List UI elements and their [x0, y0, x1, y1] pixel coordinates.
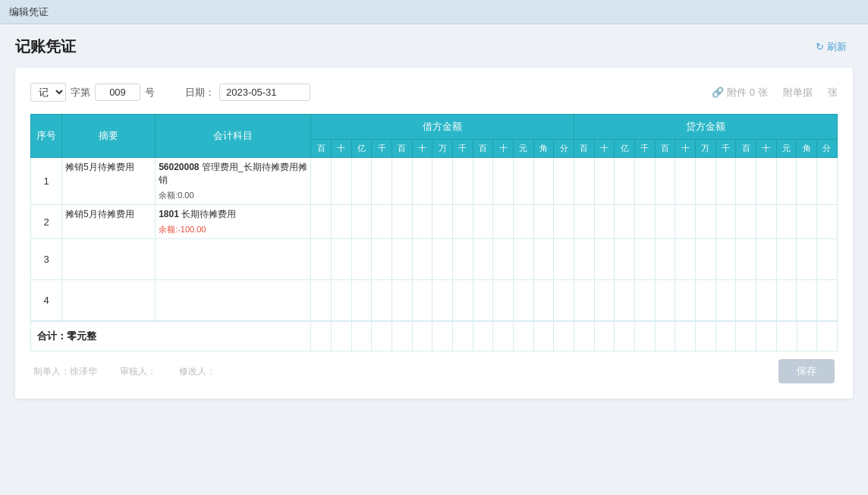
row-4-debit-d4[interactable]	[372, 280, 392, 321]
row-4-debit-d12[interactable]	[533, 280, 554, 321]
row-2-credit-d3[interactable]	[615, 205, 635, 239]
row-4-credit-d11[interactable]	[776, 280, 797, 321]
row-3-debit-d12[interactable]	[533, 239, 554, 280]
row-3-credit-d11[interactable]	[776, 239, 797, 280]
row-2-debit-d9[interactable]	[473, 205, 493, 239]
row-2-debit-d1[interactable]	[311, 205, 332, 239]
row-2-credit-d4[interactable]	[634, 205, 655, 239]
row-3-credit-d8[interactable]	[715, 239, 736, 280]
row-4-debit-d13[interactable]	[554, 280, 574, 321]
row-3-subject[interactable]	[156, 239, 311, 280]
table-row[interactable]: 3	[31, 239, 838, 280]
row-4-credit-d8[interactable]	[715, 280, 736, 321]
row-1-debit-d5[interactable]	[392, 158, 412, 205]
row-2-debit-d8[interactable]	[452, 205, 473, 239]
row-1-summary[interactable]: 摊销5月待摊费用	[62, 158, 156, 205]
row-4-credit-d13[interactable]	[816, 280, 837, 321]
row-1-debit-d6[interactable]	[412, 158, 432, 205]
row-2-credit-d9[interactable]	[736, 205, 756, 239]
row-4-credit-d9[interactable]	[736, 280, 756, 321]
row-4-credit-d5[interactable]	[655, 280, 675, 321]
row-1-debit-d12[interactable]	[533, 158, 554, 205]
row-2-credit-d10[interactable]	[756, 205, 776, 239]
row-3-credit-d5[interactable]	[655, 239, 675, 280]
row-3-debit-d9[interactable]	[473, 239, 493, 280]
row-4-debit-d10[interactable]	[493, 280, 514, 321]
row-2-debit-d4[interactable]	[372, 205, 392, 239]
row-1-credit-d4[interactable]	[634, 158, 655, 205]
row-4-credit-d12[interactable]	[797, 280, 817, 321]
row-1-debit-d11[interactable]	[513, 158, 533, 205]
row-2-credit-d6[interactable]	[675, 205, 696, 239]
row-4-debit-d7[interactable]	[432, 280, 453, 321]
row-4-credit-d10[interactable]	[756, 280, 776, 321]
row-4-credit-d3[interactable]	[615, 280, 635, 321]
row-1-credit-d12[interactable]	[797, 158, 817, 205]
row-3-debit-d11[interactable]	[513, 239, 533, 280]
row-1-debit-d9[interactable]	[473, 158, 493, 205]
row-1-credit-d5[interactable]	[655, 158, 675, 205]
row-2-subject[interactable]: 1801 长期待摊费用余额:-100.00	[156, 205, 311, 239]
row-4-debit-d5[interactable]	[392, 280, 412, 321]
table-row[interactable]: 2摊销5月待摊费用1801 长期待摊费用余额:-100.00	[31, 205, 838, 239]
row-3-credit-d7[interactable]	[695, 239, 715, 280]
row-2-debit-d11[interactable]	[513, 205, 533, 239]
row-2-debit-d12[interactable]	[533, 205, 554, 239]
row-1-credit-d2[interactable]	[594, 158, 615, 205]
row-1-subject[interactable]: 56020008 管理费用_长期待摊费用摊销余额:0.00	[156, 158, 311, 205]
row-3-credit-d12[interactable]	[797, 239, 817, 280]
row-4-summary[interactable]	[62, 280, 156, 321]
row-1-debit-d8[interactable]	[452, 158, 473, 205]
row-2-credit-d8[interactable]	[715, 205, 736, 239]
attachment-button[interactable]: 🔗 附件 0 张	[712, 86, 768, 99]
row-2-debit-d2[interactable]	[331, 205, 351, 239]
row-3-debit-d13[interactable]	[554, 239, 574, 280]
voucher-type-select[interactable]: 记 收 付 转	[30, 83, 66, 102]
row-4-debit-d11[interactable]	[513, 280, 533, 321]
voucher-number-input[interactable]	[95, 84, 140, 101]
row-4-credit-d1[interactable]	[574, 280, 594, 321]
row-3-debit-d10[interactable]	[493, 239, 514, 280]
row-2-debit-d7[interactable]	[432, 205, 453, 239]
row-3-debit-d3[interactable]	[351, 239, 372, 280]
row-2-debit-d10[interactable]	[493, 205, 514, 239]
row-4-debit-d3[interactable]	[351, 280, 372, 321]
refresh-button[interactable]: ↻ 刷新	[810, 37, 853, 57]
row-2-credit-d13[interactable]	[816, 205, 837, 239]
save-button[interactable]: 保存	[778, 359, 835, 383]
row-1-credit-d3[interactable]	[615, 158, 635, 205]
row-4-debit-d2[interactable]	[331, 280, 351, 321]
row-1-debit-d10[interactable]	[493, 158, 514, 205]
row-2-credit-d7[interactable]	[695, 205, 715, 239]
row-2-credit-d12[interactable]	[797, 205, 817, 239]
row-1-credit-d11[interactable]	[776, 158, 797, 205]
row-1-debit-d7[interactable]	[432, 158, 453, 205]
table-row[interactable]: 4	[31, 280, 838, 321]
row-3-debit-d2[interactable]	[331, 239, 351, 280]
row-2-summary[interactable]: 摊销5月待摊费用	[62, 205, 156, 239]
row-1-debit-d2[interactable]	[331, 158, 351, 205]
row-4-debit-d6[interactable]	[412, 280, 432, 321]
row-2-credit-d11[interactable]	[776, 205, 797, 239]
row-1-debit-d13[interactable]	[554, 158, 574, 205]
row-3-summary[interactable]	[62, 239, 156, 280]
row-1-credit-d7[interactable]	[695, 158, 715, 205]
single-doc-button[interactable]: 附单据	[783, 86, 813, 99]
row-4-debit-d8[interactable]	[452, 280, 473, 321]
row-4-credit-d4[interactable]	[634, 280, 655, 321]
row-3-credit-d1[interactable]	[574, 239, 594, 280]
row-2-debit-d13[interactable]	[554, 205, 574, 239]
row-3-debit-d7[interactable]	[432, 239, 453, 280]
row-2-debit-d3[interactable]	[351, 205, 372, 239]
row-1-credit-d10[interactable]	[756, 158, 776, 205]
row-3-credit-d10[interactable]	[756, 239, 776, 280]
row-3-credit-d9[interactable]	[736, 239, 756, 280]
row-1-debit-d1[interactable]	[311, 158, 332, 205]
row-2-credit-d5[interactable]	[655, 205, 675, 239]
row-1-credit-d1[interactable]	[574, 158, 594, 205]
row-1-credit-d9[interactable]	[736, 158, 756, 205]
row-4-credit-d6[interactable]	[675, 280, 696, 321]
row-4-credit-d2[interactable]	[594, 280, 615, 321]
row-1-credit-d13[interactable]	[816, 158, 837, 205]
row-1-debit-d3[interactable]	[351, 158, 372, 205]
